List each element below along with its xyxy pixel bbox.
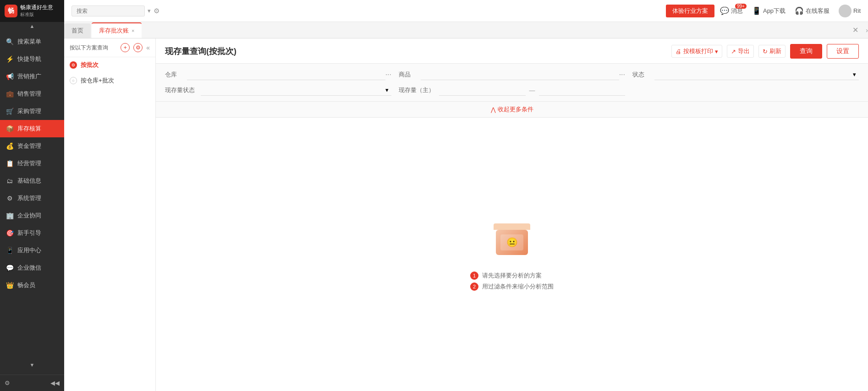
inventory-status-label: 现存量状态 bbox=[165, 86, 197, 94]
sidebar-item-search[interactable]: 🔍 搜索菜单 bbox=[0, 33, 64, 50]
sidebar-item-marketing[interactable]: 📢 营销推广 bbox=[0, 68, 64, 85]
scheme-item-warehouse-batch[interactable]: ○ 按仓库+批次 bbox=[64, 73, 155, 88]
data-area: 😐 1 请先选择要分析的方案 2 用过滤条件 bbox=[156, 118, 868, 391]
product-label: 商品 bbox=[399, 71, 417, 79]
query-btn[interactable]: 查询 bbox=[790, 44, 822, 59]
sidebar-item-finance[interactable]: 💰 资金管理 bbox=[0, 137, 64, 155]
online-service-label: 在线客服 bbox=[806, 7, 830, 15]
user-avatar-btn[interactable]: Rit bbox=[839, 5, 861, 17]
product-input[interactable] bbox=[421, 69, 619, 80]
sidebar-item-purchase[interactable]: 🛒 采购管理 bbox=[0, 103, 64, 120]
warehouse-input[interactable] bbox=[187, 69, 385, 80]
collapse-sidebar-btn[interactable]: ◀◀ bbox=[50, 380, 60, 386]
add-scheme-btn[interactable]: + bbox=[121, 43, 130, 52]
tab-close-icon[interactable]: × bbox=[132, 28, 134, 33]
left-panel-header: 按以下方案查询 + ⚙ « bbox=[64, 38, 155, 57]
sidebar-item-label: 新手引导 bbox=[17, 229, 41, 237]
collapse-panel-btn[interactable]: « bbox=[146, 44, 150, 51]
settings-icon[interactable]: ⚙ bbox=[154, 7, 159, 15]
app-subtitle: 标准版 bbox=[20, 11, 53, 18]
page-title-row: 现存量查询(按批次) 🖨 按模板打印 ▾ ↗ 导出 ↻ bbox=[165, 44, 859, 63]
range-dash: — bbox=[529, 87, 535, 94]
quicknav-icon: ⚡ bbox=[5, 55, 14, 63]
sidebar-item-member[interactable]: 👑 畅会员 bbox=[0, 277, 64, 294]
status-dropdown-icon: ▾ bbox=[853, 71, 856, 78]
export-icon: ↗ bbox=[731, 48, 736, 55]
print-icon: 🖨 bbox=[676, 48, 681, 55]
sidebar-item-system[interactable]: ⚙ 系统管理 bbox=[0, 190, 64, 207]
sidebar-item-newguide[interactable]: 🎯 新手引导 bbox=[0, 224, 64, 242]
inventory-icon: 📦 bbox=[5, 125, 14, 133]
hint1-text: 请先选择要分析的方案 bbox=[482, 272, 542, 280]
sidebar-item-quicknav[interactable]: ⚡ 快捷导航 bbox=[0, 50, 64, 68]
basics-icon: 🗂 bbox=[5, 177, 14, 185]
scheme-settings-btn[interactable]: ⚙ bbox=[133, 43, 143, 52]
page-title-actions: 🖨 按模板打印 ▾ ↗ 导出 ↻ 刷新 查询 设置 bbox=[671, 44, 859, 59]
inventory-max-input[interactable] bbox=[539, 85, 626, 96]
inventory-status-filter: 现存量状态 ▾ bbox=[165, 85, 391, 96]
sidebar-item-sales[interactable]: 💼 销售管理 bbox=[0, 85, 64, 103]
sidebar-item-label: 基础信息 bbox=[17, 177, 41, 185]
sidebar-item-operation[interactable]: 📋 经营管理 bbox=[0, 155, 64, 172]
sidebar-item-basics[interactable]: 🗂 基础信息 bbox=[0, 172, 64, 190]
tab-home[interactable]: 首页 bbox=[64, 23, 91, 38]
finance-icon: 💰 bbox=[5, 142, 14, 150]
sidebar-item-inventory[interactable]: 📦 库存核算 bbox=[0, 120, 64, 137]
warehouse-more-btn[interactable]: ··· bbox=[385, 71, 391, 79]
collapse-more-btn[interactable]: ⋀ 收起更多条件 bbox=[491, 105, 533, 114]
inventory-range: — bbox=[439, 85, 625, 96]
page-title: 现存量查询(按批次) bbox=[165, 46, 236, 57]
message-icon: 💬 bbox=[720, 6, 729, 15]
product-more-btn[interactable]: ··· bbox=[619, 71, 625, 79]
print-dropdown-icon[interactable]: ▾ bbox=[715, 48, 718, 55]
sidebar-nav: 🔍 搜索菜单 ⚡ 快捷导航 📢 营销推广 💼 销售管理 🛒 采购管理 📦 库存核… bbox=[0, 31, 64, 375]
sidebar-item-label: 畅会员 bbox=[17, 281, 35, 289]
experience-industry-button[interactable]: 体验行业方案 bbox=[666, 5, 714, 17]
print-btn[interactable]: 🖨 按模板打印 ▾ bbox=[671, 45, 722, 58]
tab-active-label: 库存批次账 bbox=[99, 27, 129, 35]
sidebar-item-label: 资金管理 bbox=[17, 142, 41, 150]
sidebar-item-label: 销售管理 bbox=[17, 90, 41, 98]
status-filter: 状态 ▾ bbox=[632, 69, 859, 80]
export-btn[interactable]: ↗ 导出 bbox=[727, 45, 754, 58]
left-panel: 按以下方案查询 + ⚙ « ⊙ 按批次 ○ 按仓库+批次 bbox=[64, 38, 156, 391]
tab-inventory-batch[interactable]: 库存批次账 × bbox=[92, 22, 142, 38]
sidebar-footer: ⚙ ◀◀ bbox=[0, 375, 64, 391]
sidebar-item-label: 企业微信 bbox=[17, 264, 41, 272]
sidebar-scroll-up[interactable]: ▲ bbox=[0, 22, 64, 30]
page-close-btn[interactable]: ✕ bbox=[847, 26, 864, 34]
product-filter: 商品 ··· bbox=[399, 69, 625, 80]
sidebar-item-enterprise[interactable]: 🏢 企业协同 bbox=[0, 207, 64, 224]
dropdown-icon[interactable]: ▾ bbox=[148, 7, 151, 14]
inventory-status-select[interactable]: ▾ bbox=[201, 85, 391, 96]
topbar: ▾ ⚙ 体验行业方案 💬 消息 99+ 📱 App下载 🎧 在线客服 Rit bbox=[64, 0, 868, 22]
app-download-btn[interactable]: 📱 App下载 bbox=[752, 6, 786, 15]
sales-icon: 💼 bbox=[5, 90, 14, 98]
scheme-item-batch[interactable]: ⊙ 按批次 bbox=[64, 57, 155, 73]
purchase-icon: 🛒 bbox=[5, 107, 14, 115]
refresh-btn[interactable]: ↻ 刷新 bbox=[758, 45, 786, 58]
app-title-block: 畅康通好生意 标准版 bbox=[20, 4, 53, 18]
settings-btn[interactable]: 设置 bbox=[827, 44, 859, 59]
status-select[interactable]: ▾ bbox=[654, 69, 859, 80]
search-icon: 🔍 bbox=[5, 38, 14, 46]
inventory-min-input[interactable] bbox=[439, 85, 526, 96]
sidebar: 畅 畅康通好生意 标准版 ▲ 🔍 搜索菜单 ⚡ 快捷导航 📢 营销推广 💼 销售… bbox=[0, 0, 64, 391]
messages-btn[interactable]: 💬 消息 99+ bbox=[720, 6, 743, 15]
service-icon: 🎧 bbox=[795, 6, 804, 15]
topbar-search-area: ▾ ⚙ bbox=[71, 5, 660, 16]
search-input[interactable] bbox=[71, 5, 145, 16]
sidebar-item-label: 采购管理 bbox=[17, 107, 41, 115]
sidebar-item-appcenter[interactable]: 📱 应用中心 bbox=[0, 242, 64, 259]
inventory-main-label: 现存量（主） bbox=[399, 86, 435, 94]
hint2-text: 用过滤条件来缩小分析范围 bbox=[482, 282, 554, 291]
avatar bbox=[839, 5, 852, 17]
sidebar-scroll-down[interactable]: ▼ bbox=[0, 361, 64, 369]
right-panel: 现存量查询(按批次) 🖨 按模板打印 ▾ ↗ 导出 ↻ bbox=[156, 38, 868, 391]
online-service-btn[interactable]: 🎧 在线客服 bbox=[795, 6, 830, 15]
warehouse-filter: 仓库 ··· bbox=[165, 69, 391, 80]
inventory-main-filter: 现存量（主） — bbox=[399, 85, 625, 96]
settings-footer-btn[interactable]: ⚙ bbox=[5, 380, 10, 386]
page-nav-arrow[interactable]: › bbox=[866, 27, 868, 34]
sidebar-item-wechat[interactable]: 💬 企业微信 bbox=[0, 259, 64, 277]
